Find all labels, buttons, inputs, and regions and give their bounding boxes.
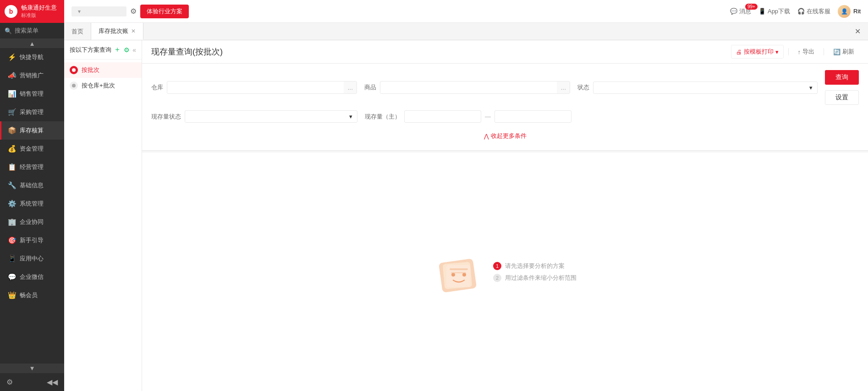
phone-icon: 📱 xyxy=(758,8,766,15)
sidebar-item-basic[interactable]: 🔧 基础信息 xyxy=(0,176,64,195)
search-icon: 🔍 xyxy=(5,27,12,34)
sidebar-header: b 畅康通好生意 标准版 xyxy=(0,0,64,23)
message-btn[interactable]: 💬 消息 99+ xyxy=(730,7,751,16)
inventory-qty-to[interactable] xyxy=(494,110,571,123)
filter-row-2: 现存量状态 ▾ 现存量（主） — xyxy=(151,110,859,123)
svg-rect-7 xyxy=(450,268,468,270)
scheme-active-indicator xyxy=(70,66,78,74)
app-logo: b xyxy=(5,5,17,18)
user-profile-btn[interactable]: 👤 Rit xyxy=(838,5,861,18)
hint-num-1: 1 xyxy=(493,262,501,270)
divider-1 xyxy=(788,48,789,55)
nav-icon-apps: 📱 xyxy=(8,255,16,263)
scheme-header-label: 按以下方案查询 xyxy=(70,46,111,54)
query-btn[interactable]: 查询 xyxy=(825,70,859,85)
scheme-collapse-btn[interactable]: « xyxy=(132,46,136,54)
breadcrumb[interactable]: ▾ xyxy=(71,6,126,16)
nav-icon-wechat: 💬 xyxy=(8,273,16,281)
sidebar-item-purchase[interactable]: 🛒 采购管理 xyxy=(0,103,64,121)
scroll-down-btn[interactable]: ▼ xyxy=(0,364,64,373)
hint-1: 1 请先选择要分析的方案 xyxy=(493,262,577,270)
sidebar-item-newbie[interactable]: 🎯 新手引导 xyxy=(0,231,64,250)
warehouse-input-wrapper: ... xyxy=(167,81,357,94)
inventory-status-select[interactable]: ▾ xyxy=(185,110,357,123)
close-all-tabs-btn[interactable]: ✕ xyxy=(847,23,868,39)
scroll-up-btn[interactable]: ▲ xyxy=(0,39,64,48)
sidebar-item-marketing[interactable]: 📣 营销推广 xyxy=(0,66,64,85)
trial-btn[interactable]: 体验行业方案 xyxy=(140,5,189,18)
online-service-btn[interactable]: 🎧 在线客服 xyxy=(797,7,830,16)
username-label: Rit xyxy=(853,8,861,15)
topbar-gear-icon[interactable]: ⚙ xyxy=(130,7,137,16)
app-download-btn[interactable]: 📱 App下载 xyxy=(758,7,790,16)
inventory-status-field: 现存量状态 ▾ xyxy=(151,110,357,123)
product-input-wrapper: ... xyxy=(380,81,570,94)
app-subtitle: 标准版 xyxy=(21,12,57,19)
print-btn[interactable]: 🖨 按模板打印 ▾ xyxy=(731,45,784,59)
query-page-actions: 🖨 按模板打印 ▾ ↑ 导出 🔄 刷新 xyxy=(731,45,859,59)
product-label: 商品 xyxy=(364,83,376,92)
warehouse-field: 仓库 ... xyxy=(151,81,357,94)
nav-icon-purchase: 🛒 xyxy=(8,108,16,116)
sidebar: b 畅康通好生意 标准版 🔍 搜索菜单 ▲ ⚡ 快捷导航 📣 营销推广 📊 销售… xyxy=(0,0,64,391)
status-label: 状态 xyxy=(577,83,589,92)
sidebar-item-operation[interactable]: 📋 经营管理 xyxy=(0,158,64,176)
refresh-btn[interactable]: 🔄 刷新 xyxy=(829,45,859,58)
nav-icon-quick: ⚡ xyxy=(8,53,16,61)
sidebar-item-quick[interactable]: ⚡ 快捷导航 xyxy=(0,48,64,66)
settings-btn[interactable]: 设置 xyxy=(825,90,859,105)
sidebar-item-member[interactable]: 👑 畅会员 xyxy=(0,286,64,304)
nav-icon-inventory: 📦 xyxy=(8,126,16,135)
tab-close-inventory-batch[interactable]: ✕ xyxy=(131,28,136,34)
nav-icon-member: 👑 xyxy=(8,291,16,299)
print-dropdown-icon[interactable]: ▾ xyxy=(775,49,779,55)
sidebar-item-system[interactable]: ⚙️ 系统管理 xyxy=(0,195,64,213)
sidebar-item-finance[interactable]: 💰 资金管理 xyxy=(0,140,64,158)
export-btn[interactable]: ↑ 导出 xyxy=(793,45,819,58)
filter-row-1: 仓库 ... 商品 ... xyxy=(151,70,859,105)
refresh-icon: 🔄 xyxy=(833,49,841,55)
inventory-status-dropdown-icon: ▾ xyxy=(349,113,352,120)
collapse-sidebar-icon[interactable]: ◀◀ xyxy=(47,378,58,386)
search-menu[interactable]: 🔍 搜索菜单 xyxy=(0,23,64,39)
tab-home[interactable]: 首页 xyxy=(64,23,91,40)
scheme-item-batch[interactable]: 按批次 xyxy=(64,62,142,78)
warehouse-input[interactable] xyxy=(167,82,344,93)
scheme-actions: ＋ ⚙ « xyxy=(114,45,136,54)
status-select[interactable]: ▾ xyxy=(593,81,818,94)
sidebar-footer: ⚙ ◀◀ xyxy=(0,373,64,391)
message-icon: 💬 xyxy=(730,8,737,15)
breadcrumb-dropdown-icon[interactable]: ▾ xyxy=(78,8,81,15)
collapse-up-icon: ⋀ xyxy=(484,133,489,140)
inventory-qty-from[interactable] xyxy=(404,110,481,123)
topbar: ▾ ⚙ 体验行业方案 💬 消息 99+ 📱 App下载 🎧 在线客服 👤 xyxy=(64,0,868,23)
app-title: 畅康通好生意 xyxy=(21,4,57,12)
sidebar-item-wechat[interactable]: 💬 企业微信 xyxy=(0,268,64,286)
status-field: 状态 ▾ xyxy=(577,81,818,94)
avatar: 👤 xyxy=(838,5,851,18)
main-area: ▾ ⚙ 体验行业方案 💬 消息 99+ 📱 App下载 🎧 在线客服 👤 xyxy=(64,0,868,391)
svg-point-1 xyxy=(72,84,76,87)
warehouse-label: 仓库 xyxy=(151,83,163,92)
sidebar-item-apps[interactable]: 📱 应用中心 xyxy=(0,250,64,268)
scheme-inactive-indicator xyxy=(70,81,78,90)
sidebar-item-enterprise[interactable]: 🏢 企业协同 xyxy=(0,213,64,231)
sidebar-item-inventory[interactable]: 📦 库存核算 xyxy=(0,121,64,140)
tab-inventory-batch[interactable]: 库存批次账 ✕ xyxy=(91,23,143,40)
empty-illustration xyxy=(434,249,479,295)
page-title: 现存量查询(按批次) xyxy=(151,46,223,57)
scheme-gear-btn[interactable]: ⚙ xyxy=(124,46,130,54)
nav-icon-sales: 📊 xyxy=(8,90,16,98)
product-more-btn[interactable]: ... xyxy=(557,81,570,93)
scheme-add-btn[interactable]: ＋ xyxy=(114,45,121,54)
product-input[interactable] xyxy=(380,82,557,93)
nav-icon-basic: 🔧 xyxy=(8,181,16,190)
warehouse-more-btn[interactable]: ... xyxy=(344,81,357,93)
hint-text-1: 请先选择要分析的方案 xyxy=(505,262,565,270)
product-field: 商品 ... xyxy=(364,81,570,94)
sidebar-item-sales[interactable]: 📊 销售管理 xyxy=(0,85,64,103)
collapse-filter-btn[interactable]: ⋀ 收起更多条件 xyxy=(151,128,859,144)
filter-area: 仓库 ... 商品 ... xyxy=(142,64,868,151)
scheme-item-warehouse-batch[interactable]: 按仓库+批次 xyxy=(64,78,142,93)
settings-icon[interactable]: ⚙ xyxy=(6,378,13,386)
